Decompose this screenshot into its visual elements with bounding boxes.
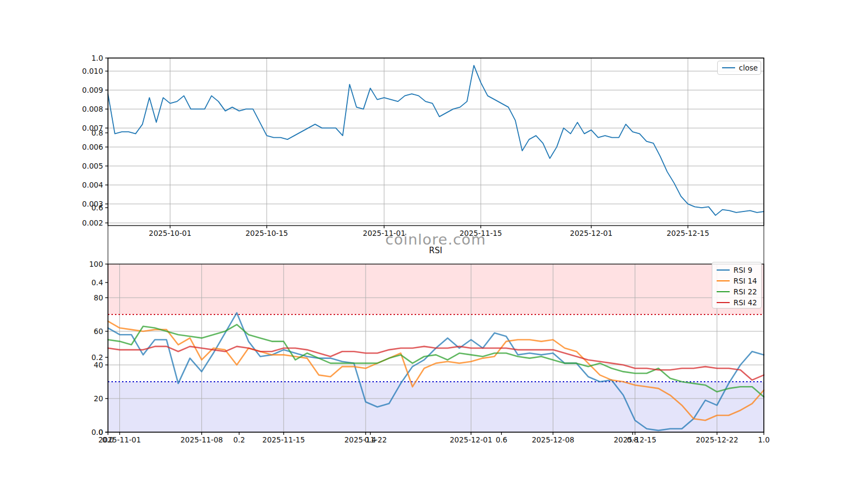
legend-swatch-icon [717, 269, 730, 271]
legend-swatch-icon [717, 280, 730, 281]
svg-text:2025-10-15: 2025-10-15 [245, 229, 288, 237]
svg-text:20: 20 [94, 394, 103, 403]
svg-text:60: 60 [94, 327, 103, 336]
price-legend: close [717, 61, 761, 75]
legend-swatch-icon [717, 302, 730, 303]
legend-item: RSI 9 [717, 265, 757, 275]
legend-label: RSI 9 [733, 266, 752, 274]
rsi-legend: RSI 9RSI 14RSI 22RSI 42 [712, 262, 762, 309]
legend-item: close [722, 63, 756, 72]
svg-text:2025-11-08: 2025-11-08 [180, 435, 222, 444]
legend-label: RSI 42 [733, 298, 757, 307]
svg-text:0.002: 0.002 [82, 219, 103, 227]
svg-text:100: 100 [89, 260, 103, 268]
svg-text:2025-12-15: 2025-12-15 [667, 229, 709, 237]
legend-item: RSI 42 [717, 297, 757, 308]
svg-text:2025-12-01: 2025-12-01 [450, 435, 492, 444]
svg-text:0.006: 0.006 [82, 143, 103, 151]
svg-text:0.010: 0.010 [82, 67, 103, 75]
svg-text:0.8: 0.8 [92, 129, 103, 137]
svg-text:0.008: 0.008 [82, 105, 103, 113]
svg-text:0.6: 0.6 [92, 203, 103, 212]
price-axis-labels: 0.0100.0090.0080.0070.0060.0050.0040.003… [82, 67, 709, 237]
svg-text:1.0: 1.0 [92, 54, 103, 62]
legend-label: RSI 14 [733, 277, 757, 285]
svg-text:2025-11-15: 2025-11-15 [263, 435, 305, 444]
chart-page: 0.0100.0090.0080.0070.0060.0050.0040.003… [0, 0, 868, 488]
svg-text:0.005: 0.005 [82, 162, 103, 170]
svg-text:0.2: 0.2 [92, 353, 103, 362]
svg-text:0.6: 0.6 [496, 435, 507, 444]
legend-label: RSI 22 [733, 287, 757, 296]
svg-text:2025-12-01: 2025-12-01 [570, 229, 612, 237]
legend-item: RSI 22 [717, 286, 757, 297]
price-spines [108, 58, 764, 226]
svg-text:0.4: 0.4 [92, 278, 103, 287]
price-series-close [108, 66, 764, 216]
legend-label: close [739, 63, 758, 72]
legend-swatch-icon [722, 67, 735, 68]
svg-text:0.004: 0.004 [82, 181, 103, 189]
svg-text:2025-12-08: 2025-12-08 [532, 435, 574, 444]
svg-text:0.4: 0.4 [365, 435, 376, 444]
svg-text:40: 40 [94, 361, 103, 369]
price-grid [108, 58, 764, 226]
svg-text:1.0: 1.0 [758, 435, 769, 444]
svg-text:0.0: 0.0 [102, 435, 113, 444]
svg-text:2025-12-22: 2025-12-22 [695, 435, 738, 444]
svg-text:0.8: 0.8 [627, 435, 638, 444]
rsi-chart-title: RSI [327, 246, 544, 255]
svg-text:0.2: 0.2 [233, 435, 245, 444]
legend-swatch-icon [717, 291, 730, 292]
svg-text:80: 80 [94, 293, 103, 302]
svg-text:0.009: 0.009 [82, 86, 103, 94]
legend-item: RSI 14 [717, 275, 757, 286]
svg-text:0.0: 0.0 [92, 428, 103, 436]
svg-text:2025-10-01: 2025-10-01 [149, 229, 191, 237]
